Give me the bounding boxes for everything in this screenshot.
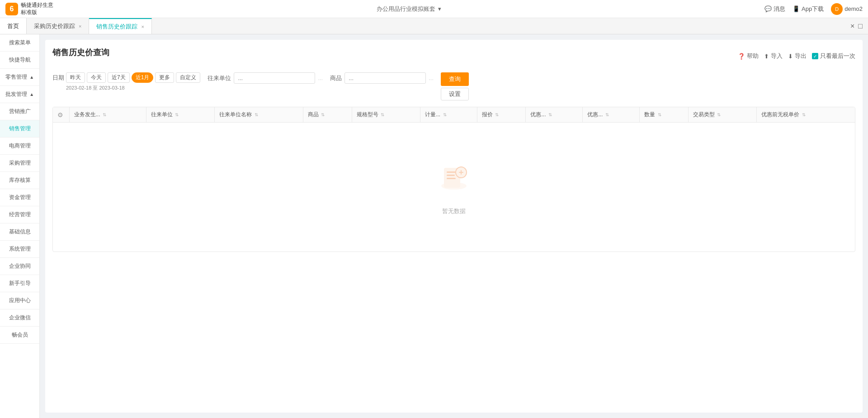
sort-icon-product: ⇅ [321,112,325,117]
table-header-row: ⚙ 业务发生... ⇅ 往来单位 ⇅ 往来单位名称 [53,107,855,123]
only-last-checkbox[interactable]: ✓ 只看最后一次 [812,52,855,60]
sidebar-item-retail-mgmt[interactable]: 零售管理 ▲ [0,69,39,86]
avatar: D [831,3,843,15]
logo-icon: 6 [5,3,18,15]
topbar-center: 办公用品行业模拟账套 ▾ [377,5,441,13]
export-button[interactable]: ⬇ 导出 [788,52,807,60]
counterpart-input[interactable] [234,72,315,84]
sidebar-item-enterprise[interactable]: 企业协同 [0,258,39,275]
sort-icon-counterpart-name: ⇅ [255,112,258,117]
empty-state-icon [436,159,472,202]
query-button[interactable]: 查询 [441,72,469,86]
message-button[interactable]: 💬 消息 [764,5,785,13]
sort-icon-biz-date: ⇅ [103,112,106,117]
user-menu[interactable]: D demo2 [831,3,863,15]
app-title: 办公用品行业模拟账套 [377,5,435,13]
table-col-quote[interactable]: 报价 ⇅ [477,107,526,123]
table-col-product[interactable]: 商品 ⇅ [303,107,352,123]
sort-icon-discount2: ⇅ [605,112,609,117]
sidebar-item-finance[interactable]: 资金管理 [0,189,39,206]
sort-icon-pre-discount-price: ⇅ [802,112,806,117]
table-header: ⚙ 业务发生... ⇅ 往来单位 ⇅ 往来单位名称 [53,107,855,123]
tab-purchase-history[interactable]: 采购历史价跟踪 × [27,18,89,34]
tabbar: 首页 采购历史价跟踪 × 销售历史价跟踪 × × □ [0,18,868,34]
date-btn-last1month[interactable]: 近1月 [132,72,154,83]
app-dropdown-button[interactable]: ▾ [438,5,441,12]
sidebar-item-guide[interactable]: 新手引导 [0,275,39,292]
counterpart-filter-label: 往来单位 [208,74,231,82]
help-button[interactable]: ❓ 帮助 [738,52,759,60]
table-col-settings[interactable]: ⚙ [53,107,69,123]
sidebar-item-inventory[interactable]: 库存核算 [0,172,39,189]
empty-state-text: 暂无数据 [442,207,466,215]
date-btn-more[interactable]: 更多 [155,72,174,83]
topbar-left: 6 畅捷通好生意 标准版 [5,2,53,16]
import-button[interactable]: ⬆ 导入 [764,52,783,60]
table-col-counterpart-name[interactable]: 往来单位名称 ⇅ [215,107,303,123]
logo-area: 6 畅捷通好生意 标准版 [5,2,53,16]
maximize-window-button[interactable]: □ [858,22,863,30]
table-col-unit[interactable]: 计量... ⇅ [420,107,477,123]
tab-sales-history-close[interactable]: × [141,24,144,29]
svg-rect-3 [447,175,455,176]
settings-button[interactable]: 设置 [441,88,469,100]
table-col-discount2[interactable]: 优惠... ⇅ [583,107,640,123]
app-download-button[interactable]: 📱 App下载 [793,5,824,13]
main-layout: 搜索菜单 快捷导航 零售管理 ▲ 批发管理 ▲ 营销推广 销售管理 电商管理 采… [0,34,868,418]
sidebar-item-system[interactable]: 系统管理 [0,241,39,258]
sidebar-item-ecommerce[interactable]: 电商管理 [0,138,39,155]
sidebar: 搜索菜单 快捷导航 零售管理 ▲ 批发管理 ▲ 营销推广 销售管理 电商管理 采… [0,34,40,418]
content-area: 销售历史价查询 ❓ 帮助 ⬆ 导入 ⬇ 导出 ✓ [40,34,868,418]
counterpart-dots-icon: ... [318,75,323,81]
tab-sales-history[interactable]: 销售历史价跟踪 × [89,18,151,34]
date-btn-last7days[interactable]: 近7天 [108,72,130,83]
filter-area: 日期 昨天 今天 近7天 近1月 更多 自定义 2023-02-18 至 202… [52,72,855,100]
sidebar-item-purchase-mgmt[interactable]: 采购管理 [0,155,39,172]
sidebar-item-app-center[interactable]: 应用中心 [0,292,39,309]
tab-spacer [152,18,845,34]
sidebar-item-marketing[interactable]: 营销推广 [0,103,39,120]
data-table-container: ⚙ 业务发生... ⇅ 往来单位 ⇅ 往来单位名称 [52,107,855,252]
date-filter: 日期 昨天 今天 近7天 近1月 更多 自定义 2023-02-18 至 202… [52,72,200,91]
date-btn-today[interactable]: 今天 [87,72,106,83]
table-col-counterpart-code[interactable]: 往来单位 ⇅ [146,107,215,123]
date-btn-custom[interactable]: 自定义 [176,72,200,83]
date-btn-yesterday[interactable]: 昨天 [66,72,85,83]
sidebar-item-sales-mgmt[interactable]: 销售管理 [0,120,39,138]
sidebar-item-quick-nav[interactable]: 快捷导航 [0,52,39,69]
tab-actions: × □ [845,18,868,34]
date-filter-label: 日期 [52,74,64,82]
sidebar-item-basic-info[interactable]: 基础信息 [0,223,39,241]
action-buttons: 查询 设置 [441,72,469,100]
product-filter: 商品 ... [330,72,434,84]
table-settings-icon[interactable]: ⚙ [57,111,63,119]
sort-icon-discount1: ⇅ [548,112,552,117]
table-col-discount1[interactable]: 优惠... ⇅ [526,107,583,123]
table-col-biz-date[interactable]: 业务发生... ⇅ [69,107,146,123]
sidebar-item-member[interactable]: 畅会员 [0,327,39,344]
sort-icon-spec: ⇅ [381,112,384,117]
counterpart-filter: 往来单位 ... [208,72,323,84]
tab-purchase-history-close[interactable]: × [79,24,81,29]
username-label: demo2 [844,5,863,12]
sidebar-item-operations[interactable]: 经营管理 [0,206,39,223]
logo-text: 畅捷通好生意 标准版 [21,2,53,16]
sort-icon-trade-type: ⇅ [717,112,721,117]
topbar: 6 畅捷通好生意 标准版 办公用品行业模拟账套 ▾ 💬 消息 📱 App下载 D… [0,0,868,18]
table-col-spec[interactable]: 规格型号 ⇅ [352,107,420,123]
data-table: ⚙ 业务发生... ⇅ 往来单位 ⇅ 往来单位名称 [53,107,855,123]
sidebar-item-wechat[interactable]: 企业微信 [0,309,39,327]
checkbox-checked-icon: ✓ [812,53,818,59]
sort-icon-quote: ⇅ [495,112,499,117]
close-window-button[interactable]: × [850,22,854,30]
table-col-quantity[interactable]: 数量 ⇅ [640,107,688,123]
product-filter-label: 商品 [330,74,342,82]
page-header-actions: ❓ 帮助 ⬆ 导入 ⬇ 导出 ✓ 只看最后一次 [738,52,855,60]
sidebar-item-search-menu[interactable]: 搜索菜单 [0,34,39,52]
tab-home[interactable]: 首页 [0,18,27,34]
sidebar-item-wholesale-mgmt[interactable]: 批发管理 ▲ [0,86,39,103]
table-col-trade-type[interactable]: 交易类型 ⇅ [688,107,757,123]
product-input[interactable] [344,72,426,84]
table-col-pre-discount-price[interactable]: 优惠前无税单价 ⇅ [757,107,855,123]
date-range-display: 2023-02-18 至 2023-03-18 [66,85,200,91]
